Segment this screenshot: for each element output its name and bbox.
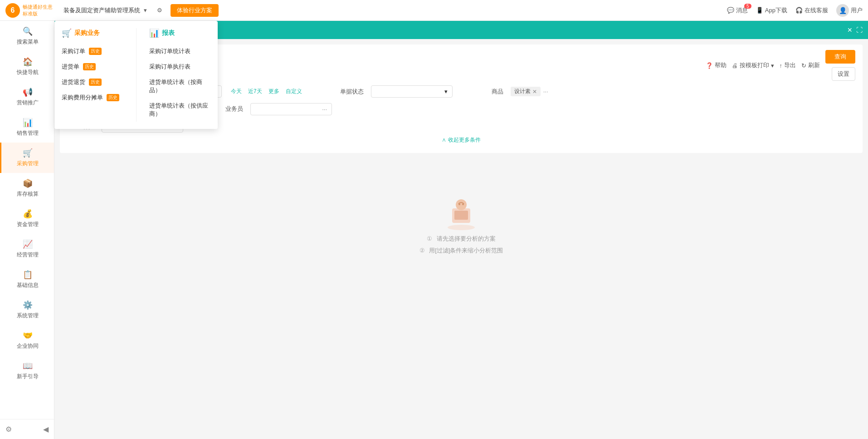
- message-btn[interactable]: 💬 消息 5: [727, 6, 748, 15]
- sidebar-item-search[interactable]: 🔍 搜索菜单: [0, 21, 54, 51]
- system-icon: ⚙️: [23, 300, 33, 310]
- sidebar-bottom: ⚙ ◀: [0, 419, 54, 439]
- message-icon: 💬: [727, 7, 734, 14]
- tab-close-action[interactable]: ✕: [847, 26, 853, 34]
- salesperson-label: 业务员: [216, 105, 243, 113]
- top-bar: 6 畅捷通好生意 标准版 装备及固定资产辅助管理系统 ▾ ⚙ 体验行业方案 💬 …: [0, 0, 868, 21]
- quick-today[interactable]: 今天: [229, 87, 244, 96]
- collapse-icon: ∧: [442, 137, 446, 143]
- finance-icon: 💰: [23, 209, 33, 219]
- history-badge-2: 历史: [89, 79, 102, 86]
- sidebar-item-guide[interactable]: 📖 新手引导: [0, 355, 54, 386]
- logo-text: 畅捷通好生意 标准版: [23, 4, 53, 17]
- report-col-title: 📊 报表: [149, 28, 211, 38]
- export-btn[interactable]: ↑ 导出: [780, 61, 796, 69]
- settings-icon[interactable]: ⚙: [153, 4, 166, 17]
- report-col-icon: 📊: [149, 28, 159, 38]
- logo-icon: 6: [5, 3, 20, 18]
- svg-rect-2: [454, 211, 468, 220]
- settings-bottom-icon[interactable]: ⚙: [5, 425, 12, 434]
- svg-point-0: [448, 225, 475, 230]
- menu-item-receipt-stats-supplier[interactable]: 进货单统计表（按供应商）: [149, 98, 211, 122]
- purchase-report-col: 📊 报表 采购订单统计表 采购订单执行表 进货单统计表（按商品） 进货单统计表（…: [149, 28, 211, 122]
- print-dropdown-icon: ▾: [771, 62, 774, 69]
- sidebar-item-purchase[interactable]: 🛒 采购管理: [0, 143, 54, 173]
- sidebar-item-basic-info[interactable]: 📋 基础信息: [0, 264, 54, 295]
- guide-icon: 📖: [23, 361, 33, 371]
- user-btn[interactable]: 👤 用户: [836, 4, 863, 17]
- sidebar-item-enterprise[interactable]: 🤝 企业协同: [0, 325, 54, 355]
- print-icon: 🖨: [732, 62, 738, 69]
- logo-area: 6 畅捷通好生意 标准版: [5, 3, 60, 18]
- system-dropdown-btn[interactable]: ▾: [144, 7, 147, 14]
- menu-item-purchase-order[interactable]: 采购订单 历史: [62, 44, 123, 59]
- sidebar-item-finance[interactable]: 💰 资金管理: [0, 203, 54, 234]
- history-badge-3: 历史: [107, 94, 119, 101]
- business-col-title: 🛒 采购业务: [62, 28, 123, 38]
- goods-more-icon[interactable]: ···: [543, 88, 548, 95]
- online-service-btn[interactable]: 🎧 在线客服: [795, 6, 828, 15]
- salesperson-more-icon[interactable]: ···: [322, 106, 327, 113]
- refresh-icon: ↻: [801, 62, 806, 69]
- basic-info-icon: 📋: [23, 270, 33, 280]
- sales-icon: 📊: [23, 118, 33, 128]
- sidebar-item-sales[interactable]: 📊 销售管理: [0, 112, 54, 143]
- menu-item-receipt-stats-goods[interactable]: 进货单统计表（按商品）: [149, 74, 211, 98]
- tab-expand-action[interactable]: ⛶: [856, 26, 863, 34]
- svg-point-3: [456, 199, 467, 210]
- collapse-bar[interactable]: ∧ 收起更多条件: [67, 133, 855, 148]
- salesperson-select[interactable]: ···: [250, 103, 332, 115]
- quick-custom[interactable]: 自定义: [284, 87, 304, 96]
- sidebar-item-operations[interactable]: 📈 经营管理: [0, 234, 54, 264]
- home-icon: 🏠: [23, 57, 33, 67]
- help-btn[interactable]: ❓ 帮助: [706, 61, 727, 69]
- menu-item-expense[interactable]: 采购费用分摊单 历史: [62, 90, 123, 105]
- history-badge-1: 历史: [83, 63, 96, 70]
- export-icon: ↑: [780, 62, 783, 69]
- goods-tag-close[interactable]: ✕: [532, 89, 537, 95]
- industry-btn[interactable]: 体验行业方案: [171, 4, 219, 17]
- doc-status-label: 单据状态: [336, 88, 364, 96]
- sidebar-item-inventory[interactable]: 📦 库存核算: [0, 173, 54, 203]
- print-btn[interactable]: 🖨 按模板打印 ▾: [732, 61, 774, 69]
- purchase-icon: 🛒: [23, 148, 33, 158]
- app-download-btn[interactable]: 📱 App下载: [756, 6, 787, 15]
- query-btn[interactable]: 查询: [825, 50, 855, 64]
- settings-filter-btn[interactable]: 设置: [832, 67, 855, 81]
- top-right: 💬 消息 5 📱 App下载 🎧 在线客服 👤 用户: [727, 4, 863, 17]
- sidebar-item-nav[interactable]: 🏠 快捷导航: [0, 51, 54, 82]
- help-icon: ❓: [706, 62, 713, 69]
- menu-separator: [136, 28, 137, 122]
- purchase-business-col: 🛒 采购业务 采购订单 历史 进货单 历史 进货退货 历史 采购费用分摊单 历史: [62, 28, 123, 122]
- goods-label: 商品: [476, 88, 503, 96]
- svg-point-5: [462, 203, 464, 205]
- sidebar-item-marketing[interactable]: 📢 营销推广: [0, 82, 54, 112]
- avatar: 👤: [836, 4, 849, 17]
- menu-item-return[interactable]: 进货退货 历史: [62, 74, 123, 90]
- sidebar: 🔍 搜索菜单 🏠 快捷导航 📢 营销推广 📊 销售管理 🛒 采购管理 📦 库存核…: [0, 21, 54, 439]
- menu-item-order-stats[interactable]: 采购订单统计表: [149, 44, 211, 59]
- quick-7days[interactable]: 近7天: [246, 87, 264, 96]
- empty-tip2: ② 用[过滤]条件来缩小分析范围: [419, 247, 503, 255]
- chevron-down-icon: ▾: [444, 88, 448, 95]
- goods-tag: 设计素 ✕: [511, 87, 541, 96]
- tab-bar-actions: ✕ ⛶: [847, 26, 868, 34]
- business-col-icon: 🛒: [62, 28, 72, 38]
- refresh-btn[interactable]: ↻ 刷新: [801, 61, 820, 69]
- sidebar-item-system[interactable]: ⚙️ 系统管理: [0, 295, 54, 325]
- quick-more[interactable]: 更多: [267, 87, 281, 96]
- goods-filter: 设计素 ✕ ···: [511, 87, 548, 96]
- search-icon: 🔍: [23, 26, 33, 36]
- empty-illustration: [439, 195, 484, 231]
- purchase-menu: 🛒 采购业务 采购订单 历史 进货单 历史 进货退货 历史 采购费用分摊单 历史…: [54, 21, 218, 129]
- operations-icon: 📈: [23, 239, 33, 249]
- doc-status-select[interactable]: ▾: [371, 85, 453, 98]
- marketing-icon: 📢: [23, 87, 33, 97]
- empty-state: ① 请先选择要分析的方案 ② 用[过滤]条件来缩小分析范围: [60, 158, 863, 291]
- collapse-sidebar-icon[interactable]: ◀: [43, 425, 49, 434]
- enterprise-icon: 🤝: [23, 330, 33, 340]
- menu-item-receipt[interactable]: 进货单 历史: [62, 59, 123, 74]
- menu-item-order-exec[interactable]: 采购订单执行表: [149, 59, 211, 74]
- history-badge-0: 历史: [89, 48, 102, 55]
- mobile-icon: 📱: [756, 7, 763, 14]
